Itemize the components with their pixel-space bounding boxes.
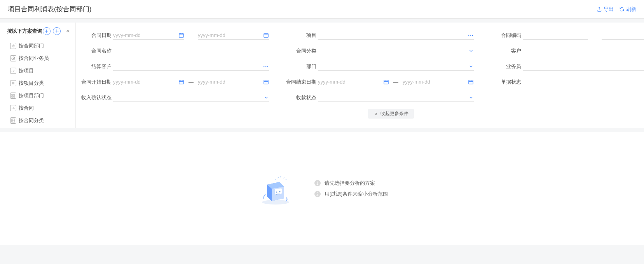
customer-lookup[interactable]: ···	[523, 47, 644, 55]
sidebar-item-label: 按项目部门	[19, 92, 44, 99]
filter-bill-status: 单据状态	[485, 73, 644, 89]
refresh-icon	[619, 7, 625, 12]
svg-rect-5	[14, 94, 15, 95]
sidebar-item-project[interactable]: 按项目	[0, 65, 75, 77]
filter-label: 单据状态	[485, 79, 523, 86]
filter-area: 合同日期 — 项目	[76, 23, 644, 128]
calendar-icon	[263, 79, 269, 85]
contract-category-select[interactable]	[318, 47, 474, 55]
code-to-input[interactable]	[602, 31, 644, 40]
svg-point-0	[56, 31, 58, 32]
end-date-to-input[interactable]	[403, 78, 474, 86]
filter-label: 部门	[281, 63, 318, 70]
salesperson-lookup[interactable]: ···	[523, 62, 644, 71]
svg-rect-6	[12, 96, 13, 97]
refresh-button[interactable]: 刷新	[619, 6, 636, 13]
sidebar-item-contract-dept[interactable]: 按合同部门	[0, 40, 75, 52]
sidebar-item-project-category[interactable]: 按项目分类	[0, 77, 75, 89]
contract-name-input[interactable]	[113, 47, 269, 55]
date-to-input[interactable]	[198, 31, 269, 40]
filter-label: 合同开始日期	[76, 79, 113, 86]
filter-label: 项目	[281, 32, 318, 39]
chevron-down-icon	[468, 64, 474, 69]
svg-point-2	[13, 45, 14, 46]
filter-label: 客户	[485, 47, 523, 54]
bill-status-select[interactable]	[523, 78, 644, 86]
clock-icon	[10, 55, 16, 61]
svg-point-18	[279, 191, 280, 192]
sidebar-header: 按以下方案查询	[0, 23, 75, 38]
filter-label: 合同结束日期	[281, 79, 318, 86]
date-from-input[interactable]	[113, 31, 184, 40]
lookup-icon: ···	[468, 32, 474, 38]
target-icon	[10, 43, 16, 49]
filter-label: 收入确认状态	[76, 94, 113, 101]
filter-label: 合同日期	[76, 32, 113, 39]
collapse-sidebar-button[interactable]	[65, 28, 72, 35]
export-icon	[597, 7, 602, 12]
start-date-from-input[interactable]	[113, 78, 184, 86]
sidebar-item-contract-category[interactable]: 按合同分类	[0, 114, 75, 127]
range-separator: —	[187, 33, 195, 38]
range-separator: —	[392, 79, 400, 85]
sidebar-item-label: 按合同业务员	[19, 55, 49, 62]
plus-icon	[45, 29, 49, 33]
collapse-conditions-button[interactable]: 收起更多条件	[368, 109, 414, 119]
svg-rect-8	[12, 119, 15, 122]
end-date-from-input[interactable]	[318, 78, 389, 86]
revenue-status-select[interactable]	[113, 93, 269, 102]
svg-rect-16	[275, 188, 282, 194]
chart-icon	[10, 68, 16, 74]
add-scheme-button[interactable]	[43, 27, 51, 35]
grid-icon	[10, 93, 16, 99]
sidebar-item-label: 按项目	[19, 67, 34, 74]
gear-icon	[55, 29, 59, 33]
code-from-input[interactable]	[523, 31, 588, 40]
filter-settlement-customer: 结算客户 ···	[76, 58, 281, 73]
sidebar-item-contract-sales[interactable]: 按合同业务员	[0, 52, 75, 65]
list-icon	[10, 80, 16, 86]
filter-salesperson: 业务员 ···	[485, 58, 644, 73]
page-title: 项目合同利润表(按合同部门)	[8, 5, 91, 14]
svg-rect-4	[12, 94, 13, 95]
svg-rect-10	[264, 33, 268, 37]
sidebar-item-label: 按合同分类	[19, 117, 44, 124]
empty-step-1: 1 请先选择要分析的方案	[314, 180, 388, 187]
settings-scheme-button[interactable]	[53, 27, 61, 35]
sidebar: 按以下方案查询 按合同部门 按合同业务员	[0, 23, 76, 128]
svg-rect-11	[179, 80, 183, 84]
filter-project: 项目 ···	[281, 26, 485, 42]
chevron-double-up-icon	[373, 112, 378, 116]
bars-icon	[10, 105, 16, 111]
step-text: 请先选择要分析的方案	[325, 180, 375, 187]
svg-rect-14	[469, 80, 473, 84]
sidebar-item-label: 按合同	[19, 105, 34, 112]
chevron-down-icon	[468, 48, 474, 54]
filter-label: 结算客户	[76, 63, 113, 70]
empty-state: 1 请先选择要分析的方案 2 用[过滤]条件来缩小分析范围	[0, 132, 644, 245]
filter-contract-name: 合同名称	[76, 42, 281, 58]
payment-status-select[interactable]	[318, 93, 474, 102]
sidebar-item-label: 按项目分类	[19, 80, 44, 87]
refresh-label: 刷新	[626, 6, 636, 13]
main-container: 按以下方案查询 按合同部门 按合同业务员	[0, 23, 644, 128]
empty-steps: 1 请先选择要分析的方案 2 用[过滤]条件来缩小分析范围	[314, 180, 388, 198]
calendar-icon	[468, 79, 474, 85]
sidebar-title: 按以下方案查询	[7, 28, 42, 35]
export-button[interactable]: 导出	[597, 6, 614, 13]
start-date-to-input[interactable]	[198, 78, 269, 86]
export-label: 导出	[604, 6, 614, 13]
settlement-customer-lookup[interactable]: ···	[113, 62, 269, 71]
empty-illustration	[256, 171, 295, 206]
svg-point-15	[262, 200, 289, 205]
filter-contract-code: 合同编码 —	[485, 26, 644, 42]
svg-point-17	[276, 192, 277, 193]
filter-department: 部门	[281, 58, 485, 73]
sidebar-item-project-dept[interactable]: 按项目部门	[0, 89, 75, 102]
calendar-icon	[383, 79, 389, 85]
sidebar-item-contract[interactable]: 按合同	[0, 102, 75, 114]
department-select[interactable]	[318, 62, 474, 71]
step-number: 1	[314, 180, 321, 186]
filter-label: 业务员	[485, 63, 523, 70]
project-lookup[interactable]: ···	[318, 31, 474, 40]
